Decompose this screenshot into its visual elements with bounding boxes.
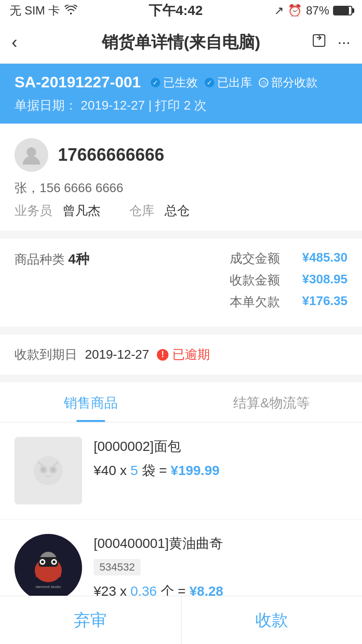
check-icon-1: ✓ <box>151 78 160 87</box>
svg-point-1 <box>27 147 36 157</box>
deal-amount-value: ¥485.30 <box>290 250 348 267</box>
status-right: ↗ ⏰ 87% <box>274 4 352 17</box>
svg-point-5 <box>42 468 45 472</box>
battery-icon <box>333 6 352 15</box>
debt-value: ¥176.35 <box>290 294 348 310</box>
customer-meta: 业务员 曾凡杰 仓库 总仓 <box>14 202 348 219</box>
debt-row: 本单欠款 ¥176.35 <box>230 294 348 310</box>
product-info-1: [0000002]面包 ¥40 x 5 袋 = ¥199.99 <box>94 437 348 504</box>
customer-top: 17666666666 <box>14 138 348 172</box>
status-time: 下午4:42 <box>149 1 203 20</box>
product-sku-2: 534532 <box>94 559 140 575</box>
salesman-info: 业务员 曾凡杰 <box>14 202 100 219</box>
product-thumb-1 <box>14 437 82 504</box>
unit-price-1: ¥40 <box>94 463 116 478</box>
check-icon-2: ✓ <box>205 78 214 87</box>
customer-phone: 17666666666 <box>58 145 164 165</box>
page-title: 销货单详情(来自电脑) <box>102 31 261 54</box>
more-icon[interactable]: ··· <box>337 33 350 51</box>
product-thumb-2: damned studio <box>14 534 82 602</box>
avatar <box>14 138 48 172</box>
order-header-top: SA-20191227-001 ✓ 已生效 ✓ 已出库 ◷ 部分收款 <box>14 73 348 91</box>
reject-button[interactable]: 弃审 <box>0 596 181 644</box>
overdue-badge: ! 已逾期 <box>157 346 210 363</box>
tabs: 销售商品 结算&物流等 <box>0 382 362 422</box>
tab-sales-products[interactable]: 销售商品 <box>0 382 181 422</box>
customer-section: 17666666666 张，156 6666 6666 业务员 曾凡杰 仓库 总… <box>0 124 362 231</box>
bottom-bar: 弃审 收款 <box>0 596 362 644</box>
status-left: 无 SIM 卡 <box>10 3 77 18</box>
status-badges: ✓ 已生效 ✓ 已出库 ◷ 部分收款 <box>151 75 318 90</box>
overdue-icon: ! <box>157 349 168 361</box>
received-value: ¥308.95 <box>290 272 348 289</box>
svg-point-13 <box>41 560 44 563</box>
due-date-label: 收款到期日 <box>14 346 77 363</box>
nav-right-actions: ··· <box>312 33 350 51</box>
overdue-text: 已逾期 <box>172 346 210 363</box>
svg-text:damned studio: damned studio <box>36 585 61 589</box>
product-info-2: [000400001]黄油曲奇 534532 ¥23 x 0.36 个 = ¥8… <box>94 534 348 602</box>
back-button[interactable]: ‹ <box>7 28 22 57</box>
customer-name-phone: 张，156 6666 6666 <box>14 180 348 196</box>
svg-point-14 <box>53 560 56 563</box>
warehouse-info: 仓库 总仓 <box>129 202 190 219</box>
total-1: ¥199.99 <box>171 463 220 478</box>
clock-icon: ◷ <box>259 78 268 87</box>
svg-point-6 <box>51 468 55 472</box>
tab-settlement-logistics[interactable]: 结算&物流等 <box>181 382 362 422</box>
due-date-section: 收款到期日 2019-12-27 ! 已逾期 <box>0 335 362 375</box>
received-row: 收款金额 ¥308.95 <box>230 272 348 289</box>
order-header-sub: 单据日期： 2019-12-27 | 打印 2 次 <box>14 97 348 114</box>
badge-effective: ✓ 已生效 <box>151 75 198 90</box>
collect-payment-button[interactable]: 收款 <box>181 596 362 644</box>
salesman-value: 曾凡杰 <box>63 203 100 218</box>
location-icon: ↗ <box>274 4 284 17</box>
order-header: SA-20191227-001 ✓ 已生效 ✓ 已出库 ◷ 部分收款 单据日期：… <box>0 64 362 124</box>
product-name-2: [000400001]黄油曲奇 <box>94 534 348 553</box>
svg-rect-0 <box>313 35 325 46</box>
product-item: [0000002]面包 ¥40 x 5 袋 = ¥199.99 <box>0 422 362 519</box>
due-date-value: 2019-12-27 <box>85 347 149 362</box>
tabs-section: 销售商品 结算&物流等 <box>0 382 362 422</box>
badge-partial-payment: ◷ 部分收款 <box>259 75 318 90</box>
product-name-1: [0000002]面包 <box>94 437 348 456</box>
share-icon[interactable] <box>312 33 326 51</box>
deal-amount-row: 成交金额 ¥485.30 <box>230 250 348 267</box>
status-bar: 无 SIM 卡 下午4:42 ↗ ⏰ 87% <box>0 0 362 21</box>
badge-outbound: ✓ 已出库 <box>205 75 252 90</box>
product-price-1: ¥40 x 5 袋 = ¥199.99 <box>94 462 348 480</box>
product-types: 商品种类 4种 <box>14 250 89 268</box>
nav-bar: ‹ 销货单详情(来自电脑) ··· <box>0 21 362 64</box>
financial-stats: 成交金额 ¥485.30 收款金额 ¥308.95 本单欠款 ¥176.35 <box>230 250 348 315</box>
alarm-icon: ⏰ <box>288 4 302 17</box>
qty-1: 5 <box>130 463 138 478</box>
carrier-text: 无 SIM 卡 <box>10 3 60 18</box>
warehouse-value: 总仓 <box>165 203 190 218</box>
wifi-icon <box>65 4 77 17</box>
stats-section: 商品种类 4种 成交金额 ¥485.30 收款金额 ¥308.95 本单欠款 ¥… <box>0 238 362 327</box>
order-id: SA-20191227-001 <box>14 73 141 91</box>
svg-point-2 <box>34 456 63 485</box>
battery-percentage: 87% <box>306 4 329 17</box>
